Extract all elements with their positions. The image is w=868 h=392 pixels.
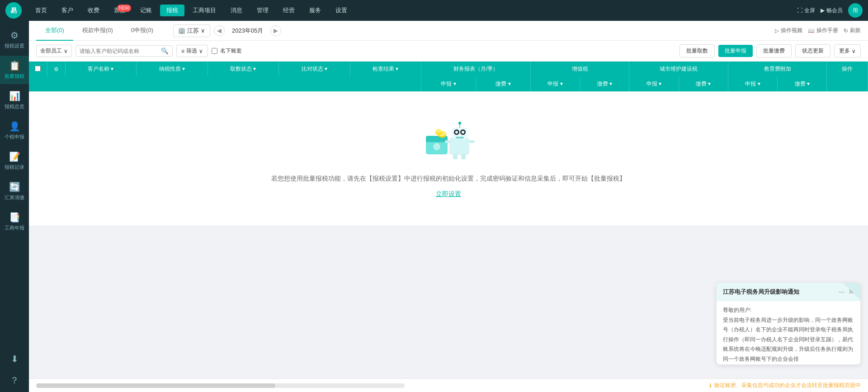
nav-item-bookkeeping[interactable]: 记账 bbox=[134, 5, 158, 16]
nav-item-service[interactable]: 服务 bbox=[303, 5, 327, 16]
nav-item-tax[interactable]: 报税 bbox=[160, 5, 184, 16]
sidebar: ⚙ 报税设置 📋 批量报税 📊 报税总览 👤 个税申报 📝 报税记录 🔄 汇算清… bbox=[0, 21, 29, 392]
settlement-icon: 🔄 bbox=[9, 182, 20, 192]
col-sub-vat-declare: 申报 ▾ bbox=[530, 76, 580, 91]
sidebar-item-batch-tax[interactable]: 📋 批量报税 bbox=[0, 56, 29, 84]
sidebar-item-help[interactable]: ？ bbox=[8, 370, 21, 391]
sidebar-item-individual-tax[interactable]: 👤 个税申报 bbox=[0, 116, 29, 145]
filter-label: 筛选 bbox=[186, 47, 197, 55]
operation-video-button[interactable]: ▷ 操作视频 bbox=[775, 27, 802, 34]
sidebar-item-settlement[interactable]: 🔄 汇算清缴 bbox=[0, 177, 29, 206]
col-header-vat-group: 增值税 bbox=[530, 62, 629, 76]
sort-icon: ▾ bbox=[758, 81, 760, 87]
sub-account-label: 名下账套 bbox=[220, 47, 242, 55]
more-button[interactable]: 更多 ∨ bbox=[834, 44, 861, 57]
sidebar-item-download[interactable]: ⬇ bbox=[8, 349, 21, 369]
svg-rect-21 bbox=[461, 154, 466, 159]
sort-icon-fetch: ▾ bbox=[253, 66, 256, 72]
refresh-label: 刷新 bbox=[850, 27, 861, 34]
notification-panel: 江苏电子税务局升级影响通知 — ✕ 尊敬的用户:受当前电子税务局进一步升级的影响… bbox=[716, 282, 861, 365]
svg-text:易: 易 bbox=[10, 7, 17, 14]
province-button[interactable]: 🏢 江苏 ∨ bbox=[173, 24, 210, 37]
tax-records-icon: 📝 bbox=[9, 151, 20, 162]
member-icon: ▶ bbox=[821, 7, 825, 14]
col-sub-financial-pay: 缴费 ▾ bbox=[476, 76, 530, 91]
top-navigation: 易 首页 客户 收费 票据 NEW 记账 报税 工商项目 消息 管理 经营 服务… bbox=[0, 0, 868, 21]
svg-point-14 bbox=[462, 131, 464, 134]
select-all-checkbox[interactable] bbox=[35, 66, 41, 72]
filter-button[interactable]: ≡ 筛选 ∨ bbox=[176, 45, 208, 57]
col-header-name: 客户名称 ▾ bbox=[65, 62, 137, 76]
individual-tax-icon: 👤 bbox=[9, 121, 20, 132]
col-sub-financial-declare: 申报 ▾ bbox=[421, 76, 476, 91]
sidebar-item-biz-report-label: 工商年报 bbox=[5, 225, 24, 231]
col-header-setting: ⚙ bbox=[47, 62, 65, 76]
col-header-action: 操作 bbox=[827, 62, 868, 76]
nav-item-bizproject[interactable]: 工商项目 bbox=[186, 5, 222, 16]
nav-item-settings[interactable]: 设置 bbox=[329, 5, 354, 16]
data-table-container: ⚙ 客户名称 ▾ 纳税性质 ▾ 取数状态 ▾ 比对状态 bbox=[29, 62, 868, 225]
nav-item-invoice[interactable]: 票据 NEW bbox=[108, 5, 132, 16]
setup-link[interactable]: 立即设置 bbox=[436, 190, 461, 198]
nav-item-customer[interactable]: 客户 bbox=[55, 5, 80, 16]
toolbar: 全部员工 ∨ 🔍 ≡ 筛选 ∨ 名下账套 批量取数 批量申报 批量缴费 状态更新… bbox=[29, 41, 868, 62]
member-label: 畅会员 bbox=[826, 7, 843, 14]
avatar[interactable]: 用 bbox=[848, 3, 863, 18]
app-logo[interactable]: 易 bbox=[5, 2, 22, 19]
nav-item-message[interactable]: 消息 bbox=[224, 5, 249, 16]
tab-zero-return[interactable]: 0申报(0) bbox=[122, 21, 162, 41]
sidebar-bottom: ⬇ ？ bbox=[8, 348, 21, 392]
tab-all[interactable]: 全部(0) bbox=[36, 21, 73, 41]
next-month-button[interactable]: ▶ bbox=[270, 25, 281, 36]
fullscreen-button[interactable]: ⛶ 全屏 bbox=[797, 7, 815, 14]
svg-rect-20 bbox=[453, 154, 458, 159]
svg-rect-17 bbox=[456, 137, 464, 139]
prev-month-button[interactable]: ◀ bbox=[214, 25, 225, 36]
tab-zero-return-label: 0申报 bbox=[131, 26, 146, 34]
employee-select-chevron: ∨ bbox=[64, 48, 68, 54]
operation-video-label: 操作视频 bbox=[781, 27, 802, 34]
operation-manual-label: 操作手册 bbox=[816, 27, 838, 34]
sidebar-item-tax-settings[interactable]: ⚙ 报税设置 bbox=[0, 25, 29, 54]
sidebar-item-tax-records[interactable]: 📝 报税记录 bbox=[0, 147, 29, 175]
sub-account-checkbox[interactable] bbox=[212, 48, 217, 54]
operation-manual-button[interactable]: 📖 操作手册 bbox=[808, 27, 838, 34]
nav-item-home[interactable]: 首页 bbox=[29, 5, 53, 16]
biz-report-icon: 📑 bbox=[9, 212, 20, 223]
bottom-bar: ℹ 验证账密、采集信息均成功的企业才会流转至批量报税页面中 bbox=[29, 378, 868, 392]
filter-chevron-icon: ∨ bbox=[199, 48, 203, 54]
status-update-button[interactable]: 状态更新 bbox=[795, 44, 830, 57]
batch-fetch-button[interactable]: 批量取数 bbox=[679, 44, 715, 57]
nav-item-billing[interactable]: 收费 bbox=[81, 5, 106, 16]
tab-tax-return[interactable]: 税款申报(0) bbox=[73, 21, 122, 41]
svg-point-16 bbox=[458, 122, 461, 124]
refresh-button[interactable]: ↻ 刷新 bbox=[844, 27, 861, 34]
search-button[interactable]: 🔍 bbox=[157, 46, 172, 56]
tab-zero-return-count: 0 bbox=[148, 27, 151, 33]
sidebar-item-biz-report[interactable]: 📑 工商年报 bbox=[0, 207, 29, 236]
col-header-taxpayer-type: 纳税性质 ▾ bbox=[137, 62, 208, 76]
sub-account-checkbox-label[interactable]: 名下账套 bbox=[212, 47, 242, 55]
batch-declare-button[interactable]: 批量申报 bbox=[718, 45, 753, 57]
batch-pay-button[interactable]: 批量缴费 bbox=[756, 44, 792, 57]
svg-point-13 bbox=[455, 131, 458, 134]
download-icon: ⬇ bbox=[11, 354, 19, 364]
sidebar-item-tax-summary[interactable]: 📊 报税总览 bbox=[0, 86, 29, 115]
sort-icon-taxpayer: ▾ bbox=[182, 66, 185, 72]
member-button[interactable]: ▶ 畅会员 bbox=[821, 7, 843, 14]
col-header-fetch-status: 取数状态 ▾ bbox=[208, 62, 279, 76]
empty-state: 若您想使用批量报税功能，请先在【报税设置】中进行报税的初始化设置，完成密码验证和… bbox=[29, 91, 868, 225]
search-icon: 🔍 bbox=[161, 48, 169, 54]
sort-icon: ▾ bbox=[708, 81, 711, 87]
search-input-wrap: 🔍 bbox=[75, 45, 173, 57]
help-icon: ？ bbox=[10, 374, 19, 387]
search-input[interactable] bbox=[76, 46, 157, 56]
sidebar-item-settlement-label: 汇算清缴 bbox=[5, 194, 24, 201]
svg-rect-9 bbox=[449, 138, 469, 155]
column-setting-icon[interactable]: ⚙ bbox=[54, 66, 59, 72]
svg-point-8 bbox=[435, 129, 442, 134]
notification-title: 江苏电子税务局升级影响通知 bbox=[723, 288, 799, 296]
nav-item-manage[interactable]: 管理 bbox=[250, 5, 275, 16]
employee-select[interactable]: 全部员工 ∨ bbox=[36, 45, 72, 57]
nav-item-operation[interactable]: 经营 bbox=[277, 5, 301, 16]
